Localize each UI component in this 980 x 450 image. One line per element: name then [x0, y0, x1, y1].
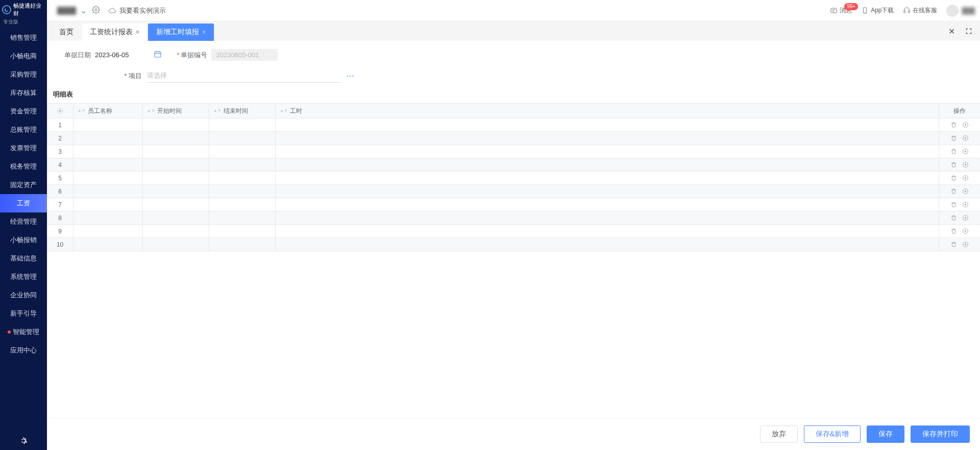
tab[interactable]: 工资统计报表×	[82, 23, 148, 41]
sidebar-settings[interactable]	[0, 432, 47, 450]
td-end[interactable]	[209, 145, 276, 158]
sidebar-item[interactable]: 工资	[0, 194, 47, 212]
add-icon[interactable]	[962, 188, 969, 195]
td-end[interactable]	[209, 119, 276, 131]
td-end[interactable]	[209, 132, 276, 145]
add-icon[interactable]	[962, 135, 969, 141]
save-button[interactable]: 保存	[867, 425, 904, 443]
td-end[interactable]	[209, 198, 276, 211]
delete-icon[interactable]	[950, 175, 957, 181]
td-end[interactable]	[209, 238, 276, 251]
td-employee[interactable]	[74, 198, 143, 211]
delete-icon[interactable]	[950, 241, 957, 248]
org-selector[interactable]: ████ ⌄	[52, 6, 92, 15]
td-hours[interactable]	[276, 238, 939, 251]
td-start[interactable]	[143, 172, 209, 184]
add-icon[interactable]	[962, 215, 969, 221]
sidebar-item[interactable]: 应用中心	[0, 341, 47, 360]
delete-icon[interactable]	[950, 148, 957, 155]
close-icon[interactable]: ×	[202, 29, 206, 36]
number-input[interactable]: 20230605-001	[211, 49, 278, 61]
delete-icon[interactable]	[950, 215, 957, 221]
delete-icon[interactable]	[950, 161, 957, 168]
td-employee[interactable]	[74, 145, 143, 158]
support-button[interactable]: 在线客服	[903, 6, 937, 15]
td-hours[interactable]	[276, 132, 939, 145]
td-start[interactable]	[143, 211, 209, 224]
app-download-button[interactable]: App下载	[861, 6, 894, 15]
demo-link[interactable]: 我要看实例演示	[108, 6, 166, 15]
project-more-icon[interactable]: ⋯	[346, 71, 354, 81]
sidebar-item[interactable]: 小畅电商	[0, 47, 47, 65]
discard-button[interactable]: 放弃	[760, 425, 798, 443]
td-hours[interactable]	[276, 158, 939, 171]
tab[interactable]: 首页	[51, 23, 82, 41]
add-icon[interactable]	[962, 175, 969, 181]
sidebar-item[interactable]: 智能管理	[0, 323, 47, 341]
date-input[interactable]: 2023-06-05	[95, 50, 162, 60]
delete-icon[interactable]	[950, 201, 957, 208]
td-end[interactable]	[209, 172, 276, 184]
td-hours[interactable]	[276, 145, 939, 158]
messages-button[interactable]: 消息 99+	[830, 6, 852, 15]
delete-icon[interactable]	[950, 228, 957, 234]
sidebar-item[interactable]: 资金管理	[0, 102, 47, 121]
sidebar-item[interactable]: 采购管理	[0, 65, 47, 84]
save-new-button[interactable]: 保存&新增	[804, 425, 861, 443]
sidebar-item[interactable]: 库存核算	[0, 84, 47, 102]
th-employee[interactable]: ▲▼员工名称	[74, 104, 143, 118]
delete-icon[interactable]	[950, 135, 957, 141]
user-menu[interactable]: ███	[946, 5, 975, 17]
td-start[interactable]	[143, 198, 209, 211]
td-employee[interactable]	[74, 172, 143, 184]
td-end[interactable]	[209, 225, 276, 238]
sidebar-item[interactable]: 系统管理	[0, 268, 47, 286]
sidebar-item[interactable]: 企业协同	[0, 286, 47, 304]
td-employee[interactable]	[74, 211, 143, 224]
td-employee[interactable]	[74, 185, 143, 198]
td-end[interactable]	[209, 185, 276, 198]
td-hours[interactable]	[276, 172, 939, 184]
add-icon[interactable]	[962, 241, 969, 248]
delete-icon[interactable]	[950, 122, 957, 128]
fullscreen-button[interactable]	[962, 24, 976, 38]
td-hours[interactable]	[276, 198, 939, 211]
add-icon[interactable]	[962, 161, 969, 168]
td-start[interactable]	[143, 132, 209, 145]
td-start[interactable]	[143, 238, 209, 251]
td-start[interactable]	[143, 225, 209, 238]
tab[interactable]: 新增工时填报×	[148, 23, 214, 41]
add-icon[interactable]	[962, 122, 969, 128]
td-hours[interactable]	[276, 211, 939, 224]
td-start[interactable]	[143, 119, 209, 131]
td-employee[interactable]	[74, 225, 143, 238]
save-print-button[interactable]: 保存并打印	[911, 425, 970, 443]
add-icon[interactable]	[962, 228, 969, 234]
th-end[interactable]: ▲▼结束时间	[209, 104, 276, 118]
sidebar-item[interactable]: 基础信息	[0, 249, 47, 268]
delete-icon[interactable]	[950, 188, 957, 195]
sidebar-item[interactable]: 固定资产	[0, 176, 47, 194]
td-end[interactable]	[209, 211, 276, 224]
sidebar-item[interactable]: 经营管理	[0, 212, 47, 231]
td-start[interactable]	[143, 158, 209, 171]
sidebar-item[interactable]: 税务管理	[0, 157, 47, 176]
project-input[interactable]: 请选择	[147, 69, 341, 83]
sidebar-item[interactable]: 发票管理	[0, 139, 47, 157]
th-index[interactable]	[47, 104, 74, 118]
td-hours[interactable]	[276, 119, 939, 131]
td-employee[interactable]	[74, 119, 143, 131]
sidebar-item[interactable]: 新手引导	[0, 304, 47, 323]
td-employee[interactable]	[74, 132, 143, 145]
td-end[interactable]	[209, 158, 276, 171]
sidebar-item[interactable]: 小畅报销	[0, 231, 47, 249]
close-all-tabs[interactable]: ✕	[944, 24, 959, 38]
td-hours[interactable]	[276, 185, 939, 198]
add-icon[interactable]	[962, 201, 969, 208]
th-start[interactable]: ▲▼开始时间	[143, 104, 209, 118]
td-start[interactable]	[143, 145, 209, 158]
sidebar-item[interactable]: 总账管理	[0, 121, 47, 139]
th-hours[interactable]: ▲▼工时	[276, 104, 939, 118]
td-employee[interactable]	[74, 158, 143, 171]
sidebar-item[interactable]: 销售管理	[0, 29, 47, 47]
